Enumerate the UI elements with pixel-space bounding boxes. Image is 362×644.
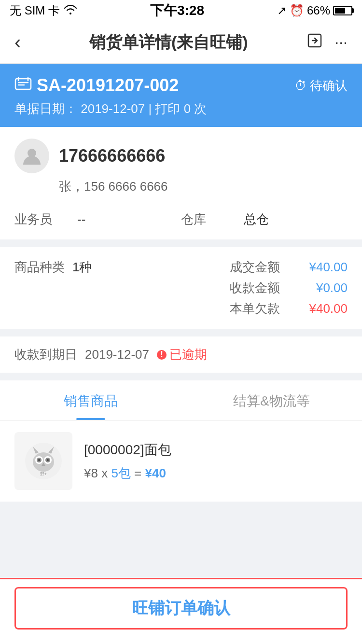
amount-value: ¥40.00 (290, 260, 348, 275)
divider (14, 203, 348, 203)
owed-row: 本单欠款 ¥40.00 (230, 300, 348, 317)
customer-phone: 17666666666 (59, 146, 165, 166)
order-id-text: SA-20191207-002 (37, 75, 179, 96)
owed-label: 本单欠款 (230, 300, 280, 317)
sales-group: 业务员 -- (14, 211, 181, 228)
order-id: SA-20191207-002 (14, 75, 179, 96)
status-left: 无 SIM 卡 (10, 3, 77, 18)
due-date: 2019-12-07 (85, 347, 149, 362)
product-total: ¥40 (145, 466, 166, 480)
summary-section: 商品种类 1种 成交金额 ¥40.00 收款金额 ¥0.00 本单欠款 ¥40.… (0, 247, 362, 329)
product-qty: 5包 (111, 466, 130, 480)
overdue-text: 已逾期 (169, 346, 207, 363)
tab-settlement[interactable]: 结算&物流等 (181, 380, 362, 420)
received-row: 收款金额 ¥0.00 (230, 280, 348, 296)
order-status: ⏱ 待确认 (294, 77, 348, 94)
owed-value: ¥40.00 (290, 301, 348, 316)
tab-products-label: 销售商品 (64, 393, 118, 408)
svg-point-11 (38, 459, 40, 461)
order-header: SA-20191207-002 ⏱ 待确认 单据日期： 2019-12-07 |… (0, 64, 362, 127)
price-unit: ¥8 (84, 466, 98, 480)
warehouse-label: 仓库 (181, 211, 239, 228)
svg-point-12 (47, 459, 49, 461)
product-section: 野+ [0000002]面包 ¥8 x 5包 = ¥40 (0, 420, 362, 502)
order-header-top: SA-20191207-002 ⏱ 待确认 (14, 75, 348, 96)
alarm-icon: ⏰ (290, 4, 304, 17)
back-button[interactable]: ‹ (14, 31, 21, 53)
sales-value: -- (77, 212, 85, 227)
status-bar: 无 SIM 卡 下午3:28 ↗ ⏰ 66% (0, 0, 362, 21)
carrier-text: 无 SIM 卡 (10, 3, 60, 18)
tab-settlement-label: 结算&物流等 (233, 393, 310, 408)
product-price: ¥8 x 5包 = ¥40 (84, 465, 348, 482)
tab-products[interactable]: 销售商品 (0, 380, 181, 420)
print-info: | 打印 0 次 (148, 101, 207, 116)
amount-label: 成交金额 (230, 259, 280, 276)
equals-sign: = (134, 466, 145, 480)
sales-label: 业务员 (14, 211, 72, 228)
product-item: 野+ [0000002]面包 ¥8 x 5包 = ¥40 (14, 432, 348, 490)
wifi-icon (64, 4, 77, 17)
date-label: 单据日期： (14, 101, 77, 116)
type-label: 商品种类 (14, 259, 65, 276)
nav-bar: ‹ 销货单详情(来自旺铺) ··· (0, 21, 362, 64)
page-title: 销货单详情(来自旺铺) (30, 31, 306, 54)
order-icon (14, 75, 32, 96)
order-meta: 单据日期： 2019-12-07 | 打印 0 次 (14, 100, 348, 117)
customer-name: 张，156 6666 6666 (14, 178, 348, 195)
product-name: [0000002]面包 (84, 441, 348, 459)
warehouse-group: 仓库 总仓 (181, 211, 348, 228)
amount-row: 成交金额 ¥40.00 (230, 259, 348, 276)
battery-percent: 66% (307, 4, 330, 17)
multiply-sign: x (101, 466, 111, 480)
status-clock-icon: ⏱ (294, 78, 307, 93)
tabs-section: 销售商品 结算&物流等 (0, 380, 362, 502)
avatar (14, 139, 49, 173)
confirm-button-label: 旺铺订单确认 (132, 597, 230, 619)
overdue-icon: ! (157, 350, 167, 360)
product-info: [0000002]面包 ¥8 x 5包 = ¥40 (84, 441, 348, 482)
confirm-order-button[interactable]: 旺铺订单确认 (14, 587, 348, 630)
warehouse-value: 总仓 (244, 211, 269, 228)
tabs-header: 销售商品 结算&物流等 (0, 380, 362, 420)
summary-right: 成交金额 ¥40.00 收款金额 ¥0.00 本单欠款 ¥40.00 (230, 259, 348, 317)
customer-info-row: 业务员 -- 仓库 总仓 (14, 211, 348, 228)
type-value: 1种 (72, 259, 92, 276)
status-text: 待确认 (310, 77, 348, 94)
overdue-badge: ! 已逾期 (157, 346, 207, 363)
customer-row: 17666666666 (14, 139, 348, 173)
received-label: 收款金额 (230, 280, 280, 296)
product-thumbnail: 野+ (14, 432, 72, 490)
order-date: 2019-12-07 (81, 101, 145, 116)
due-label: 收款到期日 (14, 346, 77, 363)
status-right: ↗ ⏰ 66% (277, 4, 352, 17)
share-button[interactable] (306, 32, 323, 53)
nav-actions: ··· (306, 32, 348, 53)
summary-left: 商品种类 1种 (14, 259, 230, 276)
due-section: 收款到期日 2019-12-07 ! 已逾期 (0, 336, 362, 373)
svg-text:野+: 野+ (40, 472, 47, 476)
customer-section: 17666666666 张，156 6666 6666 业务员 -- 仓库 总仓 (0, 127, 362, 239)
location-icon: ↗ (277, 4, 287, 17)
status-time: 下午3:28 (150, 1, 204, 20)
more-button[interactable]: ··· (334, 33, 348, 51)
received-value: ¥0.00 (290, 280, 348, 295)
confirm-button-area: 旺铺订单确认 (0, 578, 362, 644)
battery-icon (333, 6, 352, 15)
